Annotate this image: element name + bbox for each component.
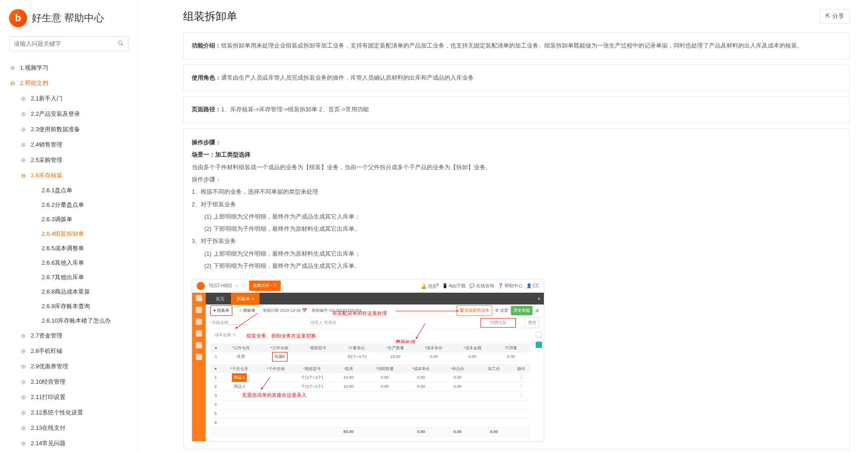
plus-icon: ⊕ — [20, 440, 27, 447]
ss-right-tools — [534, 305, 544, 441]
ss-nav-icon — [196, 319, 202, 325]
svg-line-1 — [122, 44, 123, 46]
plus-icon: ⊕ — [20, 394, 27, 401]
plus-icon: ⊕ — [20, 141, 27, 148]
nav-2-10[interactable]: ⊕2.10经营管理 — [20, 374, 128, 390]
nav-2-14[interactable]: ⊕2.14常见问题 — [20, 436, 128, 451]
nav-2-6-6[interactable]: 2.6.6其他入库单 — [42, 256, 128, 270]
ss-nav-icon — [196, 342, 202, 348]
step-3a: (1) 上部明细为父件明细，最终作为原材料生成其它出库单； — [192, 247, 841, 260]
share-icon: ⇱ — [826, 13, 830, 19]
nav-2-6-5[interactable]: 2.6.5成本调整单 — [42, 241, 128, 256]
nav-2-2[interactable]: ⊕2.2产品安装及登录 — [20, 106, 128, 122]
path-box: 页面路径：1、库存核算->库存管理->组装拆卸单 2、首页->常用功能 — [183, 96, 850, 123]
path-label: 页面路径： — [192, 106, 221, 113]
ss-tab-form: 拆装单 × — [231, 293, 259, 305]
steps-sub: 操作步骤： — [192, 173, 841, 186]
plus-icon: ⊕ — [20, 126, 27, 133]
nav-2-6[interactable]: ⊖2.6库存核算 — [20, 168, 128, 183]
ss-company: TEST-H002 — [208, 281, 232, 290]
ss-nav-icon — [196, 307, 202, 313]
nav-2-4[interactable]: ⊕2.4销售管理 — [20, 137, 128, 152]
ss-logo-icon — [197, 282, 205, 290]
ss-nav-icon — [196, 354, 202, 360]
ss-anno-switch: 组装业务、拆卸业务在这里切换 — [246, 331, 316, 341]
nav-2-6-7[interactable]: 2.6.7其他出库单 — [42, 270, 128, 285]
ss-bom-button: ☰ 按装配料清单 — [457, 305, 493, 316]
role-label: 使用角色： — [192, 74, 221, 81]
ss-fee-field: 到费结算 — [481, 318, 516, 328]
nav-2-6-4[interactable]: 2.6.4组装拆卸单 — [42, 227, 128, 241]
plus-icon: ⊕ — [20, 95, 27, 102]
nav-2-13[interactable]: ⊕2.13在线支付 — [20, 420, 128, 436]
plus-icon: ⊕ — [20, 424, 27, 432]
step-2: 2、对于组装业务 — [192, 198, 841, 210]
logo: b 好生意 帮助中心 — [9, 9, 128, 27]
nav-2-6-2[interactable]: 2.6.2分量盘点单 — [42, 198, 128, 212]
step-2b: (2) 下部明细为子件明细，最终作为原材料生成其它出库单。 — [192, 223, 841, 235]
scene1-desc: 当由多个子件材料组装成一个成品的业务为【组装】业务，当由一个父件拆分成多个子产品… — [192, 161, 841, 173]
step-3b: (2) 下部明细为子件明细，最终作为产成品生成其它入库单。 — [192, 260, 841, 272]
nav-2-7[interactable]: ⊕2.7资金管理 — [20, 328, 128, 343]
ss-nav-icon — [196, 295, 202, 301]
ss-nav-icon — [196, 330, 202, 337]
plus-icon: ⊕ — [20, 409, 27, 416]
steps-heading: 操作步骤： — [192, 136, 841, 148]
intro-label: 功能介绍： — [192, 42, 221, 49]
ss-anno-bom: 有装配清单的在这里处理 — [332, 308, 387, 319]
nav-2-5[interactable]: ⊕2.5采购管理 — [20, 152, 128, 168]
scene1-heading: 场景一：加工类型选择 — [192, 148, 841, 161]
svg-point-0 — [118, 41, 122, 44]
plus-icon: ⊕ — [20, 363, 27, 370]
minus-icon: ⊖ — [9, 80, 16, 87]
ss-tool-icon — [536, 342, 542, 348]
ss-tab-home: 首页 — [210, 293, 230, 305]
ss-left-nav — [192, 293, 206, 441]
intro-text: 组装拆卸单用来处理企业组装或拆卸等加工业务，支持有固定装配清单的产品加工业务，也… — [221, 42, 803, 49]
nav-2-6-1[interactable]: 2.6.1盘点单 — [42, 183, 128, 198]
nav-2-6-9[interactable]: 2.6.9库存账本查询 — [42, 299, 128, 314]
example-screenshot: TEST-H002 ▾ ♡ 免费试用一下 🔔 消息0 📱 App下载 💬 在线咨… — [192, 279, 544, 442]
nav-2-6-10[interactable]: 2.6.10库存账本错了怎么办 — [42, 314, 128, 328]
nav-2-1[interactable]: ⊕2.1新手入门 — [20, 91, 128, 106]
search-input[interactable] — [9, 36, 128, 51]
step-1: 1、根据不同的业务，选择不同单据的类型来处理 — [192, 186, 841, 198]
role-box: 使用角色：通常由生产人员或库管人员完成拆装业务的操作，库管人员确认原材料的出库和… — [183, 65, 850, 91]
intro-box: 功能介绍：组装拆卸单用来处理企业组装或拆卸等加工业务，支持有固定装配清单的产品加… — [183, 33, 850, 59]
page-title: 组装拆卸单 — [183, 9, 237, 24]
path-text: 1、库存核算->库存管理->组装拆卸单 2、首页->常用功能 — [221, 106, 369, 113]
plus-icon: ⊕ — [20, 332, 27, 339]
nav-2-6-8[interactable]: 2.6.8商品成本重算 — [42, 285, 128, 299]
ss-opt-assemble: ● 组装单 — [210, 305, 232, 316]
nav-2-12[interactable]: ⊕2.12系统个性化设置 — [20, 405, 128, 420]
step-2a: (1) 上部明细为父件明细，最终作为产成品生成其它入库单； — [192, 210, 841, 223]
nav-docs[interactable]: ⊖2.帮助文档 — [9, 76, 128, 91]
share-button[interactable]: ⇱ 分享 — [820, 9, 850, 24]
share-label: 分享 — [832, 13, 844, 19]
ss-history-button: 历史单据 — [511, 306, 533, 315]
plus-icon: ⊕ — [20, 378, 27, 385]
nav-video[interactable]: ⊕1.视频学习 — [9, 60, 128, 76]
steps-block: 操作步骤： 场景一：加工类型选择 当由多个子件材料组装成一个成品的业务为【组装】… — [183, 128, 850, 449]
logo-icon: b — [9, 9, 27, 27]
plus-icon: ⊕ — [20, 347, 27, 355]
nav-2-6-3[interactable]: 2.6.3调拨单 — [42, 212, 128, 227]
role-text: 通常由生产人员或库管人员完成拆装业务的操作，库管人员确认原材料的出库和产成品的入… — [221, 74, 474, 81]
ss-tool-icon — [536, 332, 542, 338]
content: 组装拆卸单 ⇱ 分享 功能介绍：组装拆卸单用来处理企业组装或拆卸等加工业务，支持… — [138, 0, 868, 452]
plus-icon: ⊕ — [9, 64, 16, 71]
logo-text: 好生意 帮助中心 — [32, 11, 104, 25]
search-icon[interactable] — [118, 40, 124, 48]
ss-anno-noinput: 无需选清单的直接在这里录入 — [242, 390, 307, 400]
step-3: 3、对于拆装业务 — [192, 235, 841, 247]
sidebar: b 好生意 帮助中心 ⊕1.视频学习 ⊖2.帮助文档 ⊕2.1新手入门 ⊕2.2… — [0, 0, 138, 452]
plus-icon: ⊕ — [20, 157, 27, 164]
ss-trial-button: 免费试用一下 — [249, 281, 281, 291]
nav-2-11[interactable]: ⊕2.11打印设置 — [20, 390, 128, 405]
plus-icon: ⊕ — [20, 110, 27, 118]
nav-2-9[interactable]: ⊕2.9优惠券管理 — [20, 359, 128, 374]
search-box — [9, 36, 128, 51]
nav-2-3[interactable]: ⊕2.3使用前数据准备 — [20, 122, 128, 137]
nav-2-8[interactable]: ⊕2.8手机旺铺 — [20, 343, 128, 359]
minus-icon: ⊖ — [20, 172, 27, 179]
